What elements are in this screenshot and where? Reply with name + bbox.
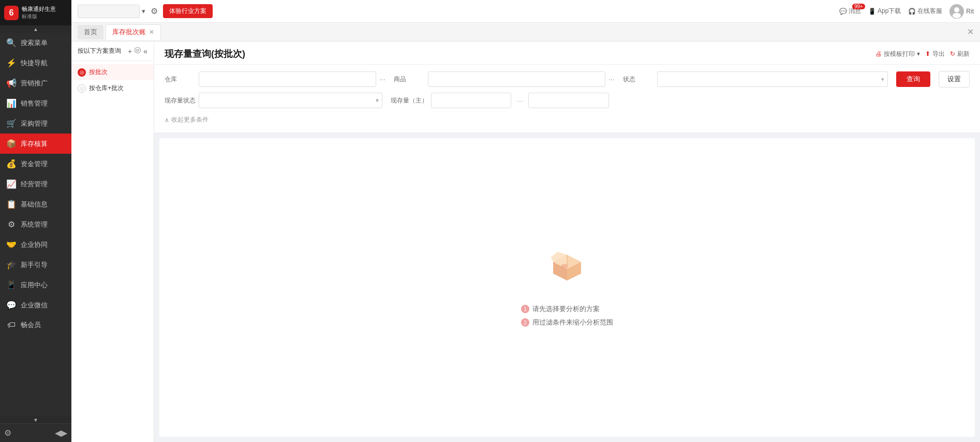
topbar-right: 💬 消息 99+ 📱 App下载 🎧 在线客服 Rit xyxy=(839,4,974,19)
sidebar-scroll-up[interactable]: ▲ xyxy=(0,25,71,33)
collapse-more-btn[interactable]: ∧ 收起更多条件 xyxy=(165,113,209,126)
scheme-item-1[interactable]: ◎按仓库+批次 xyxy=(71,80,154,96)
app-download-icon: 📱 xyxy=(868,8,876,15)
empty-illustration xyxy=(544,248,590,294)
sidebar-header: 6 畅康通好生意 标准版 xyxy=(0,0,71,25)
empty-icon-wrap xyxy=(544,248,590,296)
topbar-dropdown-btn[interactable]: ▾ xyxy=(142,7,145,15)
sidebar-item-经营管理[interactable]: 📈经营管理 xyxy=(0,174,71,194)
messages-btn[interactable]: 💬 消息 99+ xyxy=(839,7,861,16)
user-area[interactable]: Rit xyxy=(949,4,974,19)
filter-settings-btn[interactable]: 设置 xyxy=(939,71,970,87)
warehouse-more-btn[interactable]: ··· xyxy=(379,75,385,83)
sidebar-item-企业微信[interactable]: 💬企业微信 xyxy=(0,295,71,315)
stock-qty-from-wrap xyxy=(431,93,511,108)
goods-input[interactable] xyxy=(428,71,605,87)
empty-hint-1: 1 请先选择要分析的方案 xyxy=(521,304,613,314)
experience-btn[interactable]: 体验行业方案 xyxy=(163,4,213,18)
sidebar-settings-btn[interactable]: ⚙ xyxy=(4,428,11,438)
scheme-item-0[interactable]: ◎按批次 xyxy=(71,64,154,80)
print-dropdown-arrow[interactable]: ▾ xyxy=(917,50,920,57)
sidebar-footer: ⚙ ◀▶ xyxy=(0,423,71,442)
sidebar-item-采购管理[interactable]: 🛒采购管理 xyxy=(0,113,71,134)
query-btn[interactable]: 查询 xyxy=(896,71,930,87)
headset-icon: 🎧 xyxy=(908,8,916,15)
add-scheme-btn[interactable]: + xyxy=(128,47,132,55)
sidebar-item-营销推广[interactable]: 📢营销推广 xyxy=(0,73,71,93)
refresh-icon: ↻ xyxy=(950,50,955,57)
tab-库存批次账[interactable]: 库存批次账✕ xyxy=(106,24,161,40)
hint-number-1: 1 xyxy=(521,305,529,313)
print-btn[interactable]: 🖨 按模板打印 ▾ xyxy=(875,50,920,58)
warehouse-input[interactable] xyxy=(199,71,376,87)
sidebar-item-搜索菜单[interactable]: 🔍搜索菜单 xyxy=(0,33,71,53)
goods-label: 商品 xyxy=(394,75,425,84)
sidebar-item-快捷导航[interactable]: ⚡快捷导航 xyxy=(0,53,71,73)
topbar: ▾ ⚙ 体验行业方案 💬 消息 99+ 📱 App下载 🎧 在线客服 xyxy=(71,0,980,23)
empty-hints: 1 请先选择要分析的方案 2 用过滤条件来缩小分析范围 xyxy=(521,304,613,327)
status-filter-group: 状态 ▾ xyxy=(623,71,888,87)
sidebar-item-企业协同[interactable]: 🤝企业协同 xyxy=(0,234,71,255)
stock-qty-separator: — xyxy=(516,97,523,105)
hint-number-2: 2 xyxy=(521,318,529,327)
content-area: 按以下方案查询 + « ◎按批次◎按仓库+批次 现存量查询(按批次 xyxy=(71,41,980,442)
collapse-label: 收起更多条件 xyxy=(171,115,209,124)
svg-point-3 xyxy=(135,48,141,53)
scheme-settings-btn[interactable] xyxy=(134,47,141,55)
sidebar-item-系统管理[interactable]: ⚙系统管理 xyxy=(0,214,71,234)
app-download-label: App下载 xyxy=(878,7,901,16)
stock-status-filter-group: 现存量状态 ▾ xyxy=(165,93,382,108)
topbar-search-input[interactable] xyxy=(78,5,140,18)
sidebar-item-畅会员[interactable]: 🏷畅会员 xyxy=(0,315,71,335)
export-btn[interactable]: ⬆ 导出 xyxy=(925,50,945,58)
sidebar-scroll-down[interactable]: ▼ xyxy=(0,416,71,423)
left-panel-header: 按以下方案查询 + « xyxy=(71,41,154,61)
stock-qty-label: 现存量（主） xyxy=(391,96,428,105)
sidebar-item-新手引导[interactable]: 🎓新手引导 xyxy=(0,255,71,275)
empty-hint-2: 2 用过滤条件来缩小分析范围 xyxy=(521,318,613,327)
filter-row-1: 仓库 ··· 商品 ··· 状态 xyxy=(165,71,970,87)
stock-qty-filter-group: 现存量（主） — xyxy=(391,93,608,108)
sidebar-item-基础信息[interactable]: 📋基础信息 xyxy=(0,194,71,214)
sidebar-item-资金管理[interactable]: 💰资金管理 xyxy=(0,154,71,174)
svg-point-4 xyxy=(137,49,139,51)
goods-more-btn[interactable]: ··· xyxy=(608,75,615,83)
sidebar-collapse-btn[interactable]: ◀▶ xyxy=(55,428,67,438)
left-panel-actions: + « xyxy=(128,47,147,55)
page-title: 现存量查询(按批次) xyxy=(165,48,245,60)
sidebar: 6 畅康通好生意 标准版 ▲ 🔍搜索菜单⚡快捷导航📢营销推广📊销售管理🛒采购管理… xyxy=(0,0,71,442)
app-download-btn[interactable]: 📱 App下载 xyxy=(868,7,901,16)
message-icon: 💬 xyxy=(839,8,847,15)
svg-point-2 xyxy=(953,13,961,18)
main-area: ▾ ⚙ 体验行业方案 💬 消息 99+ 📱 App下载 🎧 在线客服 xyxy=(71,0,980,442)
stock-status-label: 现存量状态 xyxy=(165,96,196,105)
stock-status-select[interactable]: ▾ xyxy=(199,93,382,108)
warehouse-input-wrap xyxy=(199,71,376,87)
warehouse-label: 仓库 xyxy=(165,75,196,84)
sidebar-nav: 🔍搜索菜单⚡快捷导航📢营销推广📊销售管理🛒采购管理📦库存核算💰资金管理📈经营管理… xyxy=(0,33,71,416)
page-header-actions: 🖨 按模板打印 ▾ ⬆ 导出 ↻ 刷新 xyxy=(875,50,970,58)
tab-首页[interactable]: 首页 xyxy=(78,25,103,39)
refresh-btn[interactable]: ↻ 刷新 xyxy=(950,50,970,58)
status-label: 状态 xyxy=(623,75,654,84)
stock-qty-to-input[interactable] xyxy=(528,93,608,108)
left-panel: 按以下方案查询 + « ◎按批次◎按仓库+批次 xyxy=(71,41,154,442)
tab-close-库存批次账[interactable]: ✕ xyxy=(149,28,154,36)
filter-row-2: 现存量状态 ▾ 现存量（主） — xyxy=(165,93,970,108)
sidebar-item-应用中心[interactable]: 📱应用中心 xyxy=(0,275,71,295)
status-select[interactable]: ▾ xyxy=(657,71,888,87)
hint-text-2: 用过滤条件来缩小分析范围 xyxy=(532,318,613,327)
app-logo: 6 xyxy=(4,6,19,20)
empty-state: 1 请先选择要分析的方案 2 用过滤条件来缩小分析范围 xyxy=(159,138,975,437)
stock-qty-from-input[interactable] xyxy=(431,93,511,108)
collapse-panel-btn[interactable]: « xyxy=(143,47,147,55)
sidebar-item-销售管理[interactable]: 📊销售管理 xyxy=(0,93,71,113)
print-label: 按模板打印 xyxy=(884,50,915,58)
topbar-gear-btn[interactable]: ⚙ xyxy=(151,6,158,16)
user-name: Rit xyxy=(966,8,974,15)
tab-bar-close-btn[interactable]: ✕ xyxy=(967,27,974,37)
collapse-icon: ∧ xyxy=(165,116,169,124)
svg-rect-11 xyxy=(561,264,567,268)
online-service-btn[interactable]: 🎧 在线客服 xyxy=(908,7,942,16)
sidebar-item-库存核算[interactable]: 📦库存核算 xyxy=(0,134,71,154)
